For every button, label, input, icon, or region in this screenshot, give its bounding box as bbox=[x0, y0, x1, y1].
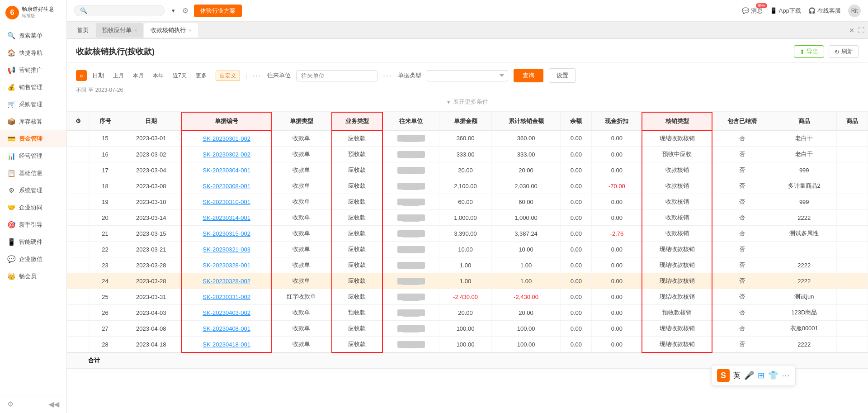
doc-no-link[interactable]: SK-20230408-001 bbox=[203, 325, 250, 332]
filter-expand-button[interactable]: » bbox=[76, 70, 87, 81]
settings-col-header[interactable]: ⚙ bbox=[67, 112, 90, 130]
doc-no-link[interactable]: SK-20230304-001 bbox=[203, 167, 250, 174]
doc-no-link[interactable]: SK-20230301-002 bbox=[203, 135, 250, 142]
export-button[interactable]: ⬆ 导出 bbox=[794, 45, 824, 58]
tab-maximize-button[interactable]: ⛶ bbox=[858, 27, 864, 34]
row-no-cell: 27 bbox=[90, 321, 121, 337]
tab-prepay[interactable]: 预收应付单× bbox=[96, 23, 143, 38]
online-service-button[interactable]: 🎧 在线客服 bbox=[808, 7, 841, 15]
row-counterparty-cell: ████ bbox=[382, 194, 439, 210]
doc-no-link[interactable]: SK-20230331-002 bbox=[203, 294, 250, 300]
sidebar-item-vip-member[interactable]: 👑畅会员 bbox=[0, 268, 66, 285]
tab-close-window-button[interactable]: ✕ bbox=[849, 27, 854, 34]
row-date-cell: 2023-03-14 bbox=[121, 210, 182, 226]
voucher-type-select[interactable]: 收款单 红字收款单 bbox=[427, 70, 508, 81]
sidebar-item-inventory[interactable]: 📦库存核算 bbox=[0, 113, 66, 130]
row-writeoff-amount-cell: 2,030.00 bbox=[491, 178, 561, 194]
row-doc-no-cell[interactable]: SK-20230301-002 bbox=[182, 130, 271, 147]
doc-no-link[interactable]: SK-20230403-002 bbox=[203, 309, 250, 316]
table-row: 27 2023-04-08 SK-20230408-001 收款单 应收款 ██… bbox=[67, 321, 868, 337]
user-avatar[interactable]: Rit bbox=[848, 5, 861, 17]
row-doc-no-cell[interactable]: SK-20230328-002 bbox=[182, 273, 271, 289]
row-cash-discount-cell: 0.00 bbox=[592, 337, 642, 353]
sidebar-item-new-guide[interactable]: 🎯新手引导 bbox=[0, 216, 66, 233]
row-writeoff-type-cell: 现结收款核销 bbox=[642, 130, 712, 147]
row-writeoff-amount-cell: 333.00 bbox=[491, 147, 561, 162]
industry-solution-button[interactable]: 体验行业方案 bbox=[194, 5, 242, 17]
doc-no-link[interactable]: SK-20230418-001 bbox=[203, 341, 250, 348]
row-writeoff-amount-cell: 1,000.00 bbox=[491, 210, 561, 226]
sidebar-item-corp-wechat[interactable]: 💬企业微信 bbox=[0, 251, 66, 268]
sidebar-item-basic-info[interactable]: 📋基础信息 bbox=[0, 165, 66, 182]
date-btn-本年[interactable]: 本年 bbox=[149, 71, 167, 81]
sidebar-item-marketing[interactable]: 📢营销推广 bbox=[0, 62, 66, 79]
sidebar-item-ops-mgmt[interactable]: 📊经营管理 bbox=[0, 147, 66, 165]
doc-no-link[interactable]: SK-20230328-002 bbox=[203, 278, 250, 285]
collapse-icon[interactable]: ◀◀ bbox=[48, 400, 59, 408]
date-btn-本月[interactable]: 本月 bbox=[129, 71, 147, 81]
row-writeoff-type-cell: 收款核销 bbox=[642, 210, 712, 226]
sidebar-item-quick-nav[interactable]: 🏠快捷导航 bbox=[0, 44, 66, 62]
row-doc-no-cell[interactable]: SK-20230308-001 bbox=[182, 178, 271, 194]
settings-button[interactable]: 设置 bbox=[549, 68, 576, 83]
custom-date-button[interactable]: 自定义 bbox=[216, 71, 240, 81]
message-button[interactable]: 💬 消息 99+ bbox=[742, 7, 763, 15]
doc-no-link[interactable]: SK-20230310-001 bbox=[203, 199, 250, 205]
settings-footer-icon[interactable]: ⚙ bbox=[7, 400, 14, 408]
doc-no-link[interactable]: SK-20230302-002 bbox=[203, 151, 250, 158]
date-btn-更多[interactable]: 更多 bbox=[192, 71, 210, 81]
counterparty-input[interactable] bbox=[296, 70, 377, 81]
tab-close-writeoff[interactable]: × bbox=[189, 28, 191, 33]
doc-no-link[interactable]: SK-20230321-003 bbox=[203, 246, 250, 253]
row-doc-no-cell[interactable]: SK-20230302-002 bbox=[182, 147, 271, 162]
topbar-dropdown[interactable]: ▾ bbox=[170, 7, 175, 14]
sidebar-item-sys-mgmt[interactable]: ⚙系统管理 bbox=[0, 182, 66, 199]
table-row: 23 2023-03-28 SK-20230328-001 收款单 应收款 ██… bbox=[67, 257, 868, 273]
row-product-cell: 2222 bbox=[772, 273, 836, 289]
row-doc-no-cell[interactable]: SK-20230321-003 bbox=[182, 242, 271, 257]
vip-member-icon: 👑 bbox=[7, 272, 15, 280]
row-writeoff-type-cell: 收款核销 bbox=[642, 194, 712, 210]
row-doc-no-cell[interactable]: SK-20230403-002 bbox=[182, 305, 271, 321]
row-writeoff-type-cell: 收款核销 bbox=[642, 226, 712, 242]
row-doc-no-cell[interactable]: SK-20230304-001 bbox=[182, 162, 271, 178]
row-cash-discount-cell: 0.00 bbox=[592, 305, 642, 321]
sidebar-item-sales-mgmt[interactable]: 💰销售管理 bbox=[0, 79, 66, 96]
app-download-button[interactable]: 📱 App下载 bbox=[770, 7, 801, 15]
doc-type-col-header: 单据类型 bbox=[271, 112, 331, 130]
row-cash-discount-cell: 0.00 bbox=[592, 130, 642, 147]
row-doc-no-cell[interactable]: SK-20230331-002 bbox=[182, 289, 271, 305]
row-doc-no-cell[interactable]: SK-20230418-001 bbox=[182, 337, 271, 353]
row-biz-type-cell: 应收款 bbox=[332, 226, 382, 242]
date-btn-近7天[interactable]: 近7天 bbox=[169, 71, 190, 81]
doc-no-link[interactable]: SK-20230315-002 bbox=[203, 230, 250, 237]
tab-close-prepay[interactable]: × bbox=[134, 28, 137, 33]
row-doc-no-cell[interactable]: SK-20230315-002 bbox=[182, 226, 271, 242]
sidebar-item-finance-mgmt[interactable]: 💳资金管理 bbox=[0, 130, 66, 147]
row-doc-type-cell: 收款单 bbox=[271, 194, 331, 210]
query-button[interactable]: 查询 bbox=[514, 69, 543, 82]
doc-no-link[interactable]: SK-20230308-001 bbox=[203, 183, 250, 190]
sidebar-item-purchase-mgmt[interactable]: 🛒采购管理 bbox=[0, 96, 66, 113]
row-doc-no-cell[interactable]: SK-20230408-001 bbox=[182, 321, 271, 337]
row-writeoff-type-cell: 现结收款核销 bbox=[642, 242, 712, 257]
row-include-settled-cell: 否 bbox=[712, 273, 772, 289]
tab-writeoff[interactable]: 收款核销执行× bbox=[144, 23, 198, 38]
row-counterparty-cell: ████ bbox=[382, 226, 439, 242]
sidebar-item-smart-hw[interactable]: 📱智能硬件 bbox=[0, 233, 66, 251]
refresh-button[interactable]: ↻ 刷新 bbox=[829, 45, 859, 58]
row-amount-cell: 20.00 bbox=[439, 305, 492, 321]
row-doc-no-cell[interactable]: SK-20230328-001 bbox=[182, 257, 271, 273]
expand-more-row[interactable]: ▾ 展开更多条件 bbox=[76, 98, 859, 106]
row-doc-no-cell[interactable]: SK-20230314-001 bbox=[182, 210, 271, 226]
row-no-cell: 22 bbox=[90, 242, 121, 257]
sidebar-item-corp-coop[interactable]: 🤝企业协同 bbox=[0, 199, 66, 216]
row-doc-no-cell[interactable]: SK-20230310-001 bbox=[182, 194, 271, 210]
tab-home[interactable]: 首页 bbox=[71, 23, 95, 38]
doc-no-link[interactable]: SK-20230328-001 bbox=[203, 262, 250, 269]
doc-no-link[interactable]: SK-20230314-001 bbox=[203, 214, 250, 221]
date-btn-上月[interactable]: 上月 bbox=[109, 71, 127, 81]
sidebar-item-search-menu[interactable]: 🔍搜索菜单 bbox=[0, 27, 66, 44]
topbar-gear-icon[interactable]: ⚙ bbox=[182, 6, 189, 15]
topbar-search[interactable]: 🔍 bbox=[74, 5, 165, 16]
